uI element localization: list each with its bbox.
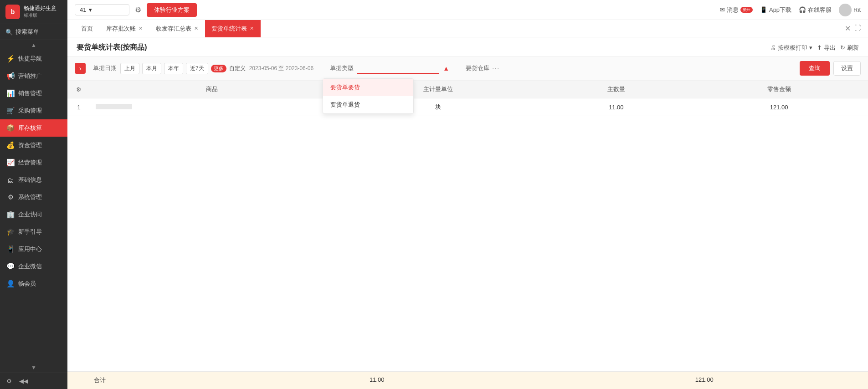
- search-icon: 🔍: [5, 29, 13, 36]
- footer-quantity: 11.00: [213, 376, 541, 384]
- expand-tab-icon[interactable]: ⛶: [854, 24, 861, 33]
- message-badge: 99+: [740, 7, 753, 13]
- sidebar-item-wechat[interactable]: 💬 企业微信: [0, 258, 67, 275]
- sidebar-item-sales[interactable]: 📊 销售管理: [0, 85, 67, 102]
- close-receive-send-icon[interactable]: ✕: [194, 26, 198, 31]
- type-dropdown-arrow[interactable]: ▲: [443, 65, 449, 72]
- sidebar-item-marketing[interactable]: 📢 营销推广: [0, 67, 67, 85]
- sidebar-item-label: 新手引导: [18, 228, 42, 236]
- sidebar-item-operations[interactable]: 📈 经营管理: [0, 154, 67, 171]
- topbar: 41 ▾ ⚙ 体验行业方案 ✉ 消息 99+ 📱 App下载 🎧 在线客服 R: [67, 0, 868, 20]
- member-icon: 👤: [6, 280, 15, 288]
- page-title: 要货单统计表(按商品): [77, 43, 147, 52]
- filter-settings-btn[interactable]: 设置: [833, 61, 861, 76]
- finance-icon: 💰: [6, 141, 15, 149]
- wechat-icon: 💬: [6, 262, 15, 271]
- sidebar-item-app-center[interactable]: 📱 应用中心: [0, 241, 67, 258]
- app-title: 畅捷通好生意: [24, 5, 56, 12]
- date-preset-last-7[interactable]: 近7天: [186, 63, 208, 74]
- row-quantity: 11.00: [542, 98, 690, 116]
- app-download-item[interactable]: 📱 App下载: [760, 6, 791, 14]
- filter-expand-btn[interactable]: ›: [75, 63, 86, 74]
- industry-btn[interactable]: 体验行业方案: [147, 3, 197, 17]
- close-all-tabs-icon[interactable]: ✕: [845, 24, 851, 33]
- sidebar-item-label: 营销推广: [18, 72, 42, 80]
- dropdown-item-order-goods[interactable]: 要货单要货: [323, 79, 413, 96]
- export-btn[interactable]: ⬆ 导出: [817, 44, 836, 52]
- footer-empty-index: [67, 376, 90, 384]
- sidebar-nav: ⚡ 快捷导航 📢 营销推广 📊 销售管理 🛒 采购管理 📦 库存核算 💰 资金管…: [0, 50, 67, 363]
- tab-inventory-batch[interactable]: 库存批次账 ✕: [100, 20, 149, 37]
- dropdown-item-order-return[interactable]: 要货单退货: [323, 96, 413, 113]
- query-btn[interactable]: 查询: [800, 61, 830, 76]
- message-item[interactable]: ✉ 消息 99+: [720, 6, 753, 14]
- user-item[interactable]: Rit: [839, 4, 861, 16]
- sidebar-item-guide[interactable]: 🎓 新手引导: [0, 223, 67, 241]
- print-chevron-icon: ▾: [809, 44, 812, 51]
- sidebar-item-label: 畅会员: [18, 280, 36, 288]
- tab-receive-send[interactable]: 收发存汇总表 ✕: [149, 20, 205, 37]
- sidebar-item-member[interactable]: 👤 畅会员: [0, 275, 67, 292]
- footer-amount: 121.00: [541, 376, 868, 384]
- sidebar-scroll-up[interactable]: ▲: [0, 40, 67, 50]
- close-order-stats-icon[interactable]: ✕: [250, 26, 254, 31]
- sidebar-settings-icon[interactable]: ⚙: [6, 378, 12, 384]
- sidebar-item-enterprise[interactable]: 🏢 企业协同: [0, 206, 67, 223]
- data-table: ⚙ 商品 主计量单位 主数量 零售金额 1 块 11.00 121.00: [67, 81, 868, 116]
- refresh-btn[interactable]: ↻ 刷新: [840, 44, 859, 52]
- sidebar-item-system[interactable]: ⚙ 系统管理: [0, 189, 67, 206]
- company-selector[interactable]: 41 ▾: [75, 4, 129, 15]
- col-product-header: 商品: [90, 81, 334, 98]
- sidebar-item-label: 库存核算: [18, 124, 42, 132]
- sidebar-item-inventory[interactable]: 📦 库存核算: [0, 119, 67, 137]
- online-service-label: 在线客服: [808, 6, 832, 14]
- sidebar-item-label: 基础信息: [18, 176, 42, 184]
- sidebar-item-finance[interactable]: 💰 资金管理: [0, 137, 67, 154]
- topbar-gear-icon[interactable]: ⚙: [135, 5, 141, 14]
- date-filter-label: 单据日期: [93, 64, 117, 72]
- type-filter-label: 单据类型: [330, 64, 354, 72]
- product-placeholder: [96, 104, 132, 109]
- sales-icon: 📊: [6, 89, 15, 97]
- tab-receive-send-label: 收发存汇总表: [156, 25, 191, 33]
- table-settings-icon[interactable]: ⚙: [76, 86, 82, 93]
- enterprise-icon: 🏢: [6, 210, 15, 219]
- sidebar-item-label: 快捷导航: [18, 55, 42, 63]
- date-presets: 上月 本月 本年 近7天 更多 自定义: [120, 63, 246, 74]
- table-row: 1 块 11.00 121.00: [67, 98, 868, 116]
- print-template-btn[interactable]: 🖨 按模板打印 ▾: [770, 44, 812, 52]
- topbar-left: 41 ▾ ⚙ 体验行业方案: [75, 3, 197, 17]
- sidebar-scroll-down[interactable]: ▼: [0, 363, 67, 373]
- tab-bar: 首页 库存批次账 ✕ 收发存汇总表 ✕ 要货单统计表 ✕ ✕ ⛶: [67, 20, 868, 37]
- tab-inventory-batch-label: 库存批次账: [106, 25, 136, 33]
- sidebar-item-label: 应用中心: [18, 245, 42, 253]
- page-content: 要货单统计表(按商品) 🖨 按模板打印 ▾ ⬆ 导出 ↻ 刷新 ›: [67, 37, 868, 389]
- tab-order-stats[interactable]: 要货单统计表 ✕: [205, 20, 261, 37]
- online-service-item[interactable]: 🎧 在线客服: [799, 6, 832, 14]
- footer-label: 合计: [90, 376, 159, 384]
- date-preset-more[interactable]: 更多: [211, 65, 226, 72]
- sidebar-item-purchase[interactable]: 🛒 采购管理: [0, 102, 67, 119]
- refresh-label: 刷新: [847, 44, 859, 52]
- date-preset-this-year[interactable]: 本年: [164, 63, 183, 74]
- date-preset-this-month[interactable]: 本月: [142, 63, 161, 74]
- warehouse-more-icon[interactable]: ···: [492, 64, 499, 72]
- sidebar-search[interactable]: 🔍 搜索菜单: [0, 24, 67, 40]
- sidebar-footer: ⚙ ◀◀: [0, 373, 67, 389]
- sidebar-collapse-btn[interactable]: ◀◀: [19, 378, 28, 384]
- sidebar-item-basic-info[interactable]: 🗂 基础信息: [0, 171, 67, 189]
- date-preset-last-month[interactable]: 上月: [120, 63, 139, 74]
- page-header-actions: 🖨 按模板打印 ▾ ⬆ 导出 ↻ 刷新: [770, 44, 859, 52]
- row-product: [90, 98, 334, 116]
- date-range-display: 2023-05-06 至 2023-06-06: [249, 65, 313, 72]
- tab-home[interactable]: 首页: [75, 20, 100, 37]
- close-inventory-batch-icon[interactable]: ✕: [139, 26, 143, 31]
- system-icon: ⚙: [6, 193, 15, 201]
- col-settings-header[interactable]: ⚙: [67, 81, 90, 98]
- message-label: 消息: [727, 6, 739, 14]
- sidebar-item-quick-nav[interactable]: ⚡ 快捷导航: [0, 50, 67, 67]
- date-preset-custom[interactable]: 自定义: [229, 65, 246, 72]
- basic-info-icon: 🗂: [6, 176, 15, 184]
- type-filter-input[interactable]: [357, 63, 439, 74]
- company-value: 41: [80, 6, 86, 13]
